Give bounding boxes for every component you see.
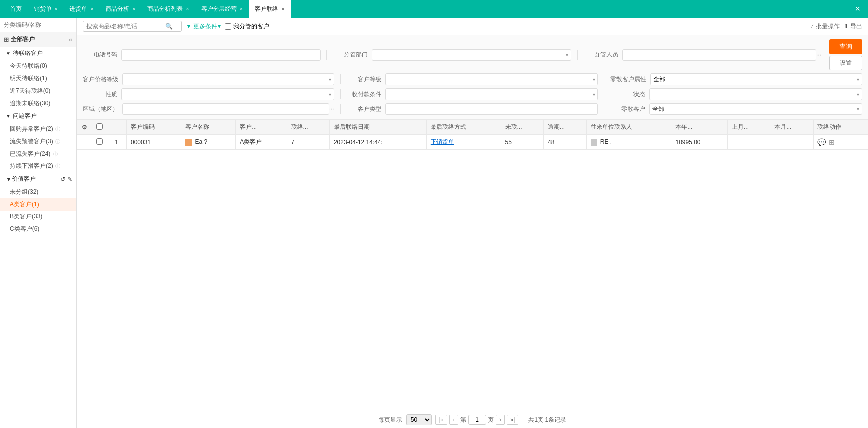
col-overdue[interactable]: 逾期... — [543, 120, 586, 135]
sidebar-item-7days-contact[interactable]: 近7天待联络(0) — [0, 85, 76, 97]
group-problem-label: 问题客户 — [13, 112, 37, 120]
price-grade-select[interactable] — [122, 73, 334, 85]
retail-customer-select[interactable]: 全部 — [649, 103, 862, 115]
sidebar-item-class-b[interactable]: B类客户(33) — [0, 211, 76, 223]
customer-color-tag — [185, 139, 192, 146]
close-customer-contact-tab[interactable]: × — [281, 6, 284, 12]
filter-row-1: 电话号码 分管部门 ▾ 分管人员 ·· — [83, 39, 862, 70]
sidebar-item-overdue-contact[interactable]: 逾期未联络(30) — [0, 97, 76, 109]
status-select[interactable] — [649, 88, 862, 100]
nav-tab-purchase[interactable]: 进货单 × — [63, 0, 99, 18]
col-contacts[interactable]: 联络... — [287, 120, 329, 135]
payment-select[interactable] — [385, 88, 598, 100]
nav-tab-customer-tier[interactable]: 客户分层经营 × — [195, 0, 249, 18]
my-customers-check[interactable] — [225, 23, 231, 30]
customer-type-input[interactable] — [385, 103, 598, 115]
col-num — [107, 120, 127, 135]
sidebar-item-churn-warning[interactable]: 流失预警客户(3) ⓘ — [0, 135, 76, 148]
person-input[interactable] — [622, 49, 816, 61]
my-customers-checkbox[interactable]: 我分管的客户 — [225, 22, 269, 31]
first-page-btn[interactable]: |« — [435, 415, 447, 425]
row-code-cell: 000031 — [127, 135, 181, 150]
select-all-checkbox[interactable] — [96, 123, 103, 130]
group-problem-customers[interactable]: ▼ 问题客户 — [0, 109, 76, 123]
sidebar-item-tomorrow-contact[interactable]: 明天待联络(1) — [0, 72, 76, 85]
region-dots-icon[interactable]: ··· — [329, 106, 334, 112]
group-value-customers[interactable]: ▼ 价值客户 ↺ ✎ — [0, 172, 76, 186]
chat-icon[interactable]: 💬 — [817, 138, 826, 146]
phone-input[interactable] — [121, 49, 321, 61]
row-last-month-cell — [728, 135, 770, 150]
nature-select[interactable] — [121, 88, 334, 100]
prev-page-btn[interactable]: ‹ — [449, 415, 458, 425]
qr-icon[interactable]: ⊞ — [829, 138, 835, 146]
arrow-down-icon-2: ▼ — [6, 113, 11, 119]
close-analysis-tab[interactable]: × — [132, 6, 135, 12]
close-analysis-list-tab[interactable]: × — [186, 6, 189, 12]
search-input[interactable] — [86, 23, 165, 30]
col-last-month[interactable]: 上月... — [728, 120, 770, 135]
last-contact-way-link[interactable]: 下销货单 — [431, 138, 454, 145]
col-last-contact-way[interactable]: 最后联络方式 — [426, 120, 501, 135]
sidebar: 🔍 ⊞ 全部客户 « ▼ 待联络客户 今天待联络(0) 明天待联络(1) 近7天… — [0, 18, 77, 428]
sidebar-item-class-a[interactable]: A类客户(1) — [0, 198, 76, 211]
nav-home[interactable]: 首页 — [4, 0, 28, 18]
customer-grade-select[interactable] — [385, 73, 598, 85]
per-page-select[interactable]: 50 100 200 — [406, 414, 432, 425]
query-button[interactable]: 查询 — [829, 39, 862, 54]
group-pending-contact[interactable]: ▼ 待联络客户 — [0, 47, 76, 60]
retail-attr-label: 零散客户属性 — [610, 75, 646, 84]
table-container: ⚙ 客户编码 客户名称 客户... — [77, 119, 868, 411]
col-this-year[interactable]: 本年... — [671, 120, 728, 135]
dept-select[interactable] — [372, 49, 571, 61]
more-conditions-btn[interactable]: ▼ 更多条件 ▾ — [186, 22, 221, 31]
value-customer-icons: ↺ ✎ — [60, 176, 72, 183]
row-this-year-cell: 10995.00 — [671, 135, 728, 150]
col-customer-name[interactable]: 客户名称 — [181, 120, 236, 135]
nav-tab-analysis[interactable]: 商品分析 × — [100, 0, 141, 18]
sidebar-item-ungrouped[interactable]: 未分组(32) — [0, 186, 76, 198]
region-input[interactable] — [122, 103, 329, 115]
sidebar-item-repurchase-abnormal[interactable]: 回购异常客户(2) ⓘ — [0, 123, 76, 135]
customer-grade-field: 客户等级 ▾ — [347, 73, 598, 85]
col-customer-type[interactable]: 客户... — [236, 120, 287, 135]
person-dots-icon[interactable]: ··· — [816, 52, 821, 58]
last-page-btn[interactable]: »| — [507, 415, 519, 425]
refresh-icon[interactable]: ↺ — [60, 176, 65, 183]
next-page-btn[interactable]: › — [496, 415, 505, 425]
col-this-month[interactable]: 本月... — [770, 120, 813, 135]
search-icon[interactable]: 🔍 — [165, 23, 173, 30]
tab-customer-contact-label: 客户联络 — [255, 5, 278, 13]
retail-attr-select[interactable]: 全部 — [650, 73, 862, 85]
nav-tab-sales[interactable]: 销货单 × — [28, 0, 63, 18]
row-checkbox[interactable] — [96, 138, 103, 145]
group-value-label: 价值客户 — [12, 175, 36, 183]
sidebar-item-class-c[interactable]: C类客户(6) — [0, 223, 76, 235]
row-contacts-cell: 7 — [287, 135, 329, 150]
sidebar-item-churned[interactable]: 已流失客户(24) ⓘ — [0, 148, 76, 160]
close-purchase-tab[interactable]: × — [90, 6, 93, 12]
col-settings[interactable]: ⚙ — [77, 120, 92, 135]
close-sales-tab[interactable]: × — [54, 6, 57, 12]
home-label: 首页 — [10, 5, 22, 13]
export-btn[interactable]: ⬆ 导出 — [844, 22, 862, 31]
col-last-contact-date[interactable]: 最后联络日期 — [329, 120, 426, 135]
all-customers-header[interactable]: ⊞ 全部客户 « — [0, 32, 76, 47]
col-unit-contacts[interactable]: 往来单位联系人 — [587, 120, 671, 135]
sidebar-search-input[interactable] — [4, 21, 77, 28]
edit-icon[interactable]: ✎ — [67, 176, 72, 183]
close-all-button[interactable]: × — [851, 4, 864, 14]
col-no-contact[interactable]: 未联... — [501, 120, 543, 135]
batch-op-btn[interactable]: ☑ 批量操作 — [809, 22, 840, 31]
close-customer-tier-tab[interactable]: × — [240, 6, 243, 12]
sidebar-item-today-contact[interactable]: 今天待联络(0) — [0, 60, 76, 72]
sidebar-item-declining[interactable]: 持续下滑客户(2) ⓘ — [0, 160, 76, 172]
settings-button[interactable]: 设置 — [829, 56, 862, 70]
sidebar-collapse-btn[interactable]: « — [69, 36, 72, 43]
unit-contact-color-tag — [591, 139, 597, 146]
nav-tab-analysis-list[interactable]: 商品分析列表 × — [141, 0, 195, 18]
phone-field: 电话号码 — [83, 49, 321, 61]
col-customer-code[interactable]: 客户编码 — [127, 120, 181, 135]
nav-tab-customer-contact[interactable]: 客户联络 × — [249, 0, 290, 18]
page-number-input[interactable] — [468, 415, 486, 425]
